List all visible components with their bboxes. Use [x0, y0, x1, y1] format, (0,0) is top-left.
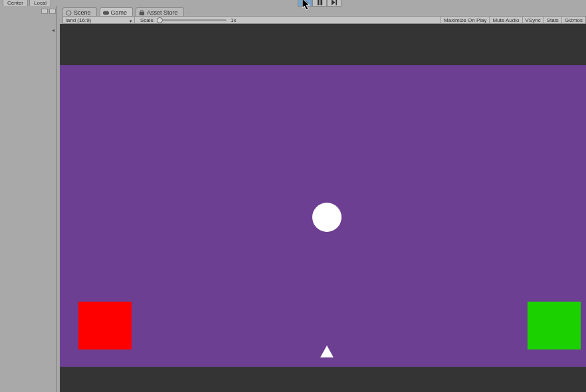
gizmos-label: Gizmos	[565, 17, 583, 23]
pause-button[interactable]	[312, 0, 327, 7]
local-space-label: Local	[34, 0, 47, 6]
top-toolbar: Center Local	[0, 0, 586, 6]
hierarchy-panel-controls	[41, 9, 56, 14]
aspect-ratio-dropdown[interactable]: land (16:9) ▾	[63, 17, 135, 23]
stats-label: Stats	[547, 17, 559, 23]
svg-rect-1	[317, 0, 319, 5]
play-button[interactable]	[298, 0, 312, 7]
game-viewport[interactable]	[60, 65, 586, 367]
tab-scene[interactable]: Scene	[62, 7, 97, 17]
play-icon	[302, 0, 308, 5]
svg-rect-6	[103, 11, 109, 15]
step-button[interactable]	[327, 0, 342, 7]
maximize-on-play-label: Maximize On Play	[444, 17, 486, 23]
aspect-ratio-label: land (16:9)	[66, 17, 91, 23]
panel-collapse-icon[interactable]: ◂	[52, 27, 54, 33]
game-control-bar: land (16:9) ▾ Scale 1x Maximize On Play …	[62, 16, 586, 24]
svg-marker-3	[332, 0, 335, 5]
svg-rect-7	[140, 12, 144, 15]
gizmos-toggle[interactable]: Gizmos	[561, 17, 585, 23]
white-triangle	[320, 345, 334, 357]
mute-audio-label: Mute Audio	[492, 17, 519, 23]
game-frame	[60, 24, 586, 392]
green-block	[528, 302, 581, 349]
center-pivot-label: Center	[7, 0, 23, 6]
vsync-label: VSync	[526, 17, 541, 23]
scene-icon	[66, 9, 72, 15]
svg-marker-0	[302, 0, 307, 5]
pause-icon	[317, 0, 323, 5]
scale-slider-handle[interactable]	[157, 17, 163, 23]
viewport-right-toggles: Maximize On Play Mute Audio VSync Stats …	[440, 17, 585, 23]
svg-rect-4	[336, 0, 337, 5]
vsync-toggle[interactable]: VSync	[522, 17, 543, 23]
game-icon	[103, 9, 109, 15]
mute-audio-toggle[interactable]: Mute Audio	[489, 17, 522, 23]
panel-lock-button[interactable]	[41, 9, 48, 14]
viewport-tabs: Scene Game Asset Store	[62, 7, 184, 17]
playback-controls	[298, 0, 342, 7]
scale-slider[interactable]	[157, 19, 227, 21]
maximize-on-play-toggle[interactable]: Maximize On Play	[440, 17, 489, 23]
asset-store-icon	[139, 9, 145, 15]
step-icon	[332, 0, 338, 5]
svg-point-5	[66, 11, 71, 15]
white-circle	[312, 203, 342, 232]
svg-rect-2	[320, 0, 322, 5]
stats-toggle[interactable]: Stats	[543, 17, 561, 23]
tab-game[interactable]: Game	[100, 7, 134, 17]
panel-menu-button[interactable]	[49, 9, 56, 14]
tab-asset-store[interactable]: Asset Store	[136, 7, 184, 17]
scale-value: 1x	[231, 17, 236, 23]
hierarchy-panel: ◂	[0, 6, 57, 392]
red-block	[78, 302, 132, 349]
scale-label: Scale	[140, 17, 153, 23]
